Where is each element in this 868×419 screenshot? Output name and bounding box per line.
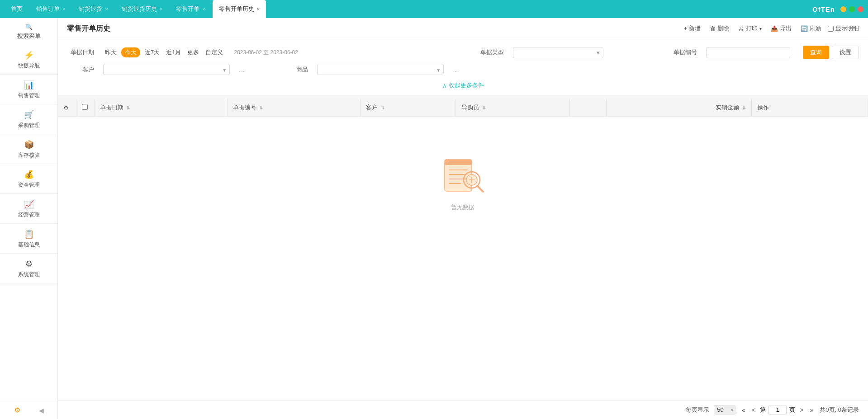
page-total-info: 共0页, 0条记录 [820,406,859,414]
search-icon: 🔍 [25,24,33,30]
sidebar-bottom: ⚙ ◀ [0,401,57,419]
th-customer[interactable]: 客户 ⇅ [360,99,456,117]
page-header: 零售开单历史 + 新增 🗑 删除 🖨 打印 ▾ 📤 导出 [58,18,868,39]
goods-select-wrap [317,64,444,75]
close-icon[interactable]: × [62,6,65,12]
add-label: + 新增 [684,24,701,33]
shortcut-1month[interactable]: 近1月 [164,47,183,57]
quick-nav-icon: ⚡ [24,50,34,60]
sidebar-item-inventory[interactable]: 📦 库存核算 [0,134,57,164]
th-guide[interactable]: 导购员 ⇅ [455,99,570,117]
next-page-button[interactable]: > [798,405,805,414]
th-amount[interactable]: 实销金额 ⇅ [606,99,751,117]
sidebar-search-label: 搜索采单 [17,32,41,40]
sidebar-search[interactable]: 🔍 搜索采单 [0,18,57,45]
sidebar-item-finance[interactable]: 💰 资金管理 [0,164,57,194]
minimize-button[interactable] [840,6,846,12]
goods-dots[interactable]: ... [453,66,459,74]
toolbar-right: + 新增 🗑 删除 🖨 打印 ▾ 📤 导出 🔄 刷新 [681,23,859,34]
per-page-label: 每页显示 [686,406,709,414]
th-spacer [570,99,606,117]
tab-retail-history-label: 零售开单历史 [219,5,254,13]
sidebar-item-quick[interactable]: ⚡ 快捷导航 [0,45,57,75]
sidebar-item-purchase[interactable]: 🛒 采购管理 [0,104,57,134]
print-button[interactable]: 🖨 打印 ▾ [735,23,764,34]
collapse-label: 收起更多条件 [449,81,484,89]
tab-sales-return[interactable]: 销货退货 × [72,0,114,18]
collapse-more-button[interactable]: ∧ 收起更多条件 [67,80,859,91]
sidebar-item-base[interactable]: 📋 基础信息 [0,224,57,254]
shortcut-today[interactable]: 今天 [121,47,140,57]
close-button[interactable] [858,6,863,12]
delete-button[interactable]: 🗑 删除 [707,23,732,34]
sort-date-icon: ⇅ [126,105,130,110]
customer-select[interactable] [103,64,230,75]
query-button[interactable]: 查询 [803,46,829,59]
page-suffix-label: 页 [789,406,795,414]
delete-label: 删除 [717,24,729,33]
th-action: 操作 [751,99,868,117]
customer-dots[interactable]: ... [239,66,245,74]
customer-select-wrap [103,64,230,75]
number-filter-label: 单据编号 [670,48,697,56]
th-setting[interactable]: ⚙ [58,99,76,117]
inventory-icon: 📦 [24,140,34,150]
base-icon: 📋 [24,229,34,239]
type-select[interactable] [513,47,603,58]
refresh-icon: 🔄 [801,25,808,32]
tab-sales-return-history[interactable]: 销货退货历史 × [115,0,169,18]
type-filter-label: 单据类型 [477,48,504,56]
detail-checkbox-input[interactable] [828,26,834,32]
tab-sales-return-history-label: 销货退货历史 [122,5,157,13]
th-action-label: 操作 [757,104,769,111]
content-area: 零售开单历史 + 新增 🗑 删除 🖨 打印 ▾ 📤 导出 [58,18,868,419]
setting-button[interactable]: 设置 [832,46,859,59]
sort-amount-icon: ⇅ [742,105,746,110]
finance-icon: 💰 [24,169,34,179]
tab-retail-order[interactable]: 零售开单 × [170,0,211,18]
close-icon[interactable]: × [202,6,205,12]
top-bar: 首页 销售订单 × 销货退货 × 销货退货历史 × 零售开单 × 零售开单历史 … [0,0,868,18]
shortcut-7days[interactable]: 近7天 [143,47,161,57]
sort-customer-icon: ⇅ [381,105,384,110]
th-checkbox[interactable] [76,99,94,117]
settings-bottom-icon[interactable]: ⚙ [14,406,20,414]
data-table: ⚙ 单据日期 ⇅ 单据编号 ⇅ [58,99,868,230]
close-icon[interactable]: × [160,6,162,12]
th-date[interactable]: 单据日期 ⇅ [94,99,227,117]
refresh-button[interactable]: 🔄 刷新 [798,23,824,34]
maximize-button[interactable] [849,6,855,12]
per-page-select[interactable]: 10 20 50 100 [714,405,735,414]
svg-rect-1 [445,160,472,165]
shortcut-yesterday[interactable]: 昨天 [103,47,119,57]
tab-home[interactable]: 首页 [5,0,29,18]
tab-sales-order[interactable]: 销售订单 × [30,0,71,18]
tab-retail-history[interactable]: 零售开单历史 × [213,0,266,18]
select-all-checkbox[interactable] [82,104,88,110]
date-filter-label: 单据日期 [67,48,94,56]
last-page-button[interactable]: » [808,405,816,414]
add-button[interactable]: + 新增 [681,23,703,34]
page-number-input[interactable]: 1 [768,405,787,414]
close-icon[interactable]: × [105,6,108,12]
sidebar-item-management[interactable]: 📈 经营管理 [0,194,57,224]
collapse-icon[interactable]: ◀ [39,407,44,414]
sidebar-item-purchase-label: 采购管理 [18,122,40,129]
main-layout: 🔍 搜索采单 ⚡ 快捷导航 📊 销售管理 🛒 采购管理 📦 库存核算 💰 资金管… [0,18,868,419]
goods-filter-label: 商品 [281,66,308,74]
sidebar-item-system[interactable]: ⚙ 系统管理 [0,254,57,283]
goods-select[interactable] [317,64,444,75]
table-header-row: ⚙ 单据日期 ⇅ 单据编号 ⇅ [58,99,868,117]
export-button[interactable]: 📤 导出 [768,23,794,34]
shortcut-more[interactable]: 更多 [185,47,201,57]
prev-page-button[interactable]: < [750,405,757,414]
shortcut-custom[interactable]: 自定义 [204,47,225,57]
show-detail-checkbox[interactable]: 显示明细 [828,24,859,33]
close-icon[interactable]: × [257,6,260,12]
first-page-button[interactable]: « [740,405,747,414]
number-filter-input[interactable] [706,47,790,58]
th-number[interactable]: 单据编号 ⇅ [227,99,360,117]
th-guide-label: 导购员 [461,104,479,111]
sidebar-item-sales[interactable]: 📊 销售管理 [0,75,57,104]
page-nav: « < 第 1 页 > » [740,405,815,414]
